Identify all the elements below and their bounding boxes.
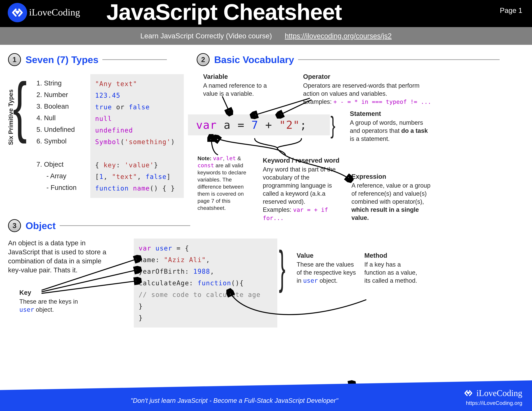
object-description: An object is a data type in JavaScript t… bbox=[8, 239, 114, 275]
note-body: & bbox=[236, 155, 241, 161]
code-text: true bbox=[95, 103, 112, 111]
variable-annotation: Variable A named reference to a value is… bbox=[203, 73, 274, 98]
code-text: ( bbox=[120, 138, 125, 146]
section-3-heading: 3 Object bbox=[8, 219, 190, 232]
code-text: false bbox=[129, 103, 150, 111]
code-text: null bbox=[95, 115, 112, 122]
key-annotation: Key These are the keys in user object. bbox=[19, 289, 94, 314]
page-number-label: Page 1 bbox=[500, 6, 522, 15]
code-text: (){ bbox=[231, 279, 244, 287]
code-text: "text" bbox=[112, 173, 137, 180]
code-text: or bbox=[112, 103, 129, 111]
code-text: 123.45 bbox=[95, 92, 120, 99]
section-1-title: Seven (7) Types bbox=[26, 54, 98, 65]
code-text: calculateAge: bbox=[139, 279, 198, 287]
code-text: , bbox=[206, 256, 210, 263]
code-text: false bbox=[146, 173, 167, 180]
brace-icon: { bbox=[13, 73, 27, 140]
value-annotation: Value These are the values of the respec… bbox=[297, 252, 358, 285]
code-text: name bbox=[129, 185, 150, 192]
type-item: 3. Boolean bbox=[37, 101, 76, 112]
code-text: 7 bbox=[251, 119, 265, 131]
code-text: "2" bbox=[279, 119, 300, 131]
type-item: 2. Number bbox=[37, 89, 76, 101]
annotation-heading: Variable bbox=[203, 73, 274, 81]
section-2-badge: 2 bbox=[197, 53, 209, 66]
code-text: ] bbox=[167, 173, 171, 180]
section-3-badge: 3 bbox=[8, 219, 21, 232]
code-text: ) bbox=[171, 138, 175, 146]
brace-icon: } bbox=[331, 111, 335, 139]
code-text: key bbox=[104, 161, 116, 169]
annotation-heading: Keyword / reserved word bbox=[263, 156, 347, 164]
annotation-heading: Key bbox=[19, 289, 94, 297]
section-1-heading: 1 Seven (7) Types bbox=[8, 53, 167, 66]
type-item: 1. String bbox=[37, 77, 76, 89]
annotation-body: is a statement. bbox=[350, 135, 390, 142]
note-body: , bbox=[223, 155, 226, 161]
section-2-title: Basic Vocabulary bbox=[214, 54, 294, 65]
code-text: , bbox=[137, 173, 146, 180]
annotation-heading: Statement bbox=[350, 110, 434, 118]
annotation-body: object. bbox=[34, 306, 54, 313]
note-heading: Note: bbox=[198, 155, 213, 161]
code-text: name: bbox=[139, 256, 164, 263]
code-text: const bbox=[198, 162, 214, 168]
section-2-heading: 2 Basic Vocabulary bbox=[197, 53, 500, 66]
code-text: user bbox=[303, 277, 318, 284]
code-text: Symbol bbox=[95, 138, 120, 146]
code-text: : bbox=[116, 161, 124, 169]
code-text: "Any text" bbox=[95, 80, 137, 87]
footer-quote: "Don't just learn JavaScript - Become a … bbox=[131, 397, 338, 404]
type-sub-item: - Function bbox=[37, 182, 76, 193]
statement-annotation: Statement A group of words, numbers and … bbox=[350, 110, 434, 143]
object-code-box: var user = { name: "Aziz Ali", yearOfBir… bbox=[134, 239, 277, 327]
header-top-bar: iLoveCoding JavaScript Cheatsheet Page 1 bbox=[0, 0, 532, 27]
annotation-body: Operators are reserved-words that perfor… bbox=[303, 82, 419, 97]
footer-logo: iLoveCoding bbox=[464, 388, 522, 398]
header-sub-bar: Learn JavaScript Correctly (Video course… bbox=[0, 27, 532, 45]
code-text: yearOfBirth: bbox=[139, 268, 193, 275]
keyword-annotation: Keyword / reserved word Any word that is… bbox=[263, 156, 347, 222]
annotation-heading: Operator bbox=[303, 73, 434, 81]
section-3-title: Object bbox=[26, 220, 56, 231]
note-body: are all valid keywords to declare variab… bbox=[198, 162, 246, 211]
course-link[interactable]: https://ilovecoding.org/courses/js2 bbox=[285, 32, 392, 40]
footer-band bbox=[0, 380, 532, 411]
section-1-badge: 1 bbox=[8, 53, 21, 66]
annotation-example-label: Examples: bbox=[303, 98, 333, 105]
footer-url[interactable]: https://iLoveCoding.org bbox=[466, 400, 522, 406]
brand-name: iLoveCoding bbox=[29, 7, 80, 18]
code-text: var bbox=[196, 119, 224, 131]
code-text: + bbox=[265, 119, 279, 131]
code-text: a bbox=[224, 119, 238, 131]
code-text: () { } bbox=[150, 185, 175, 192]
type-sub-item: - Array bbox=[37, 170, 76, 182]
code-text: 1 bbox=[99, 173, 104, 180]
code-text: { bbox=[95, 161, 104, 169]
type-item: 4. Null bbox=[37, 112, 76, 124]
code-text: var bbox=[139, 244, 155, 252]
code-text: , bbox=[210, 268, 214, 275]
header-subtitle: Learn JavaScript Correctly (Video course… bbox=[140, 32, 272, 40]
type-item: 7. Object bbox=[37, 159, 76, 170]
annotation-heading: Expression bbox=[352, 172, 435, 180]
code-text: = bbox=[238, 119, 251, 131]
vocab-code-strip: var a = 7 + "2"; bbox=[188, 114, 330, 135]
brand-logo-icon bbox=[8, 3, 27, 22]
code-text: function bbox=[95, 185, 129, 192]
types-code-box: "Any text" 123.45 true or false null und… bbox=[90, 74, 184, 198]
footer-brand: iLoveCoding bbox=[476, 388, 522, 398]
annotation-body: If a key has a function as a value, its … bbox=[364, 261, 417, 284]
annotation-example: + - = * in === typeof != ... bbox=[333, 98, 431, 105]
code-text: let bbox=[226, 155, 236, 161]
annotation-body: A reference, value or a group of referen… bbox=[352, 182, 430, 205]
code-text: ; bbox=[300, 119, 307, 131]
code-text: 'value' bbox=[125, 161, 154, 169]
code-text: user bbox=[19, 306, 34, 313]
operator-annotation: Operator Operators are reserved-words th… bbox=[303, 73, 434, 106]
code-text: function bbox=[198, 279, 231, 287]
code-text: } bbox=[139, 314, 143, 322]
annotation-body: These are the keys in bbox=[19, 298, 78, 305]
code-text: user bbox=[155, 244, 176, 252]
